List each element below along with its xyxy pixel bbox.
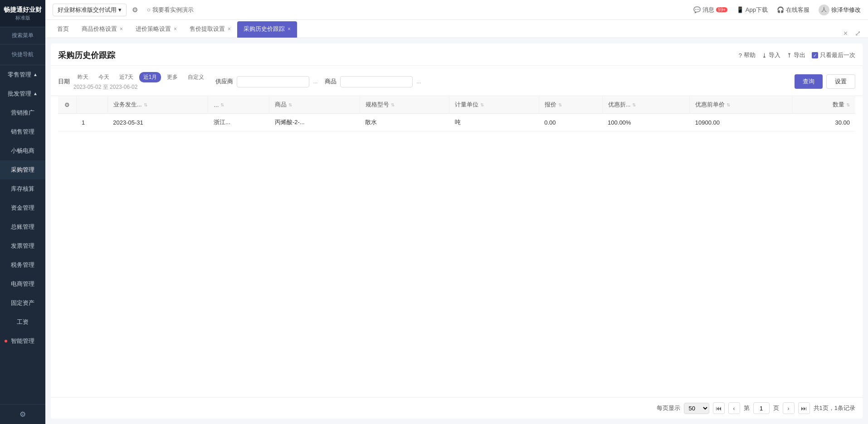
- goods-more-icon[interactable]: ...: [416, 78, 421, 85]
- logo-sub: 标准版: [4, 14, 42, 21]
- date-pill-yesterday[interactable]: 昨天: [73, 72, 93, 82]
- sidebar-item-label: 工资: [17, 318, 29, 326]
- tab-purchase-history[interactable]: 采购历史价跟踪 ×: [237, 21, 297, 38]
- sidebar-item-label: 电商管理: [11, 280, 34, 288]
- sidebar-item-tax[interactable]: 税务管理: [0, 255, 45, 275]
- next-page-button[interactable]: ›: [783, 402, 795, 414]
- sort-icon: ⇅: [288, 102, 292, 107]
- cell-qty: 30.00: [792, 114, 855, 131]
- date-pill-more[interactable]: 更多: [163, 72, 182, 82]
- supplier-input[interactable]: [237, 76, 309, 87]
- sidebar-item-label: 总账管理: [11, 223, 34, 231]
- sidebar-item-sales[interactable]: 销售管理: [0, 122, 45, 141]
- sidebar-quick-nav[interactable]: 快捷导航: [0, 48, 45, 61]
- tab-purchase-strategy[interactable]: 进价策略设置 ×: [129, 21, 183, 38]
- tab-price-close[interactable]: ×: [120, 26, 123, 32]
- sidebar-item-ecommerce-small[interactable]: 小畅电商: [0, 141, 45, 160]
- col-quote-label: 报价: [545, 101, 556, 109]
- table-col-unit[interactable]: 计量单位 ⇅: [449, 96, 539, 114]
- goods-input[interactable]: [340, 76, 413, 87]
- table-col-spec[interactable]: 规格型号 ⇅: [360, 96, 449, 114]
- table-row: 1 2023-05-31 浙江... 丙烯酸-2-... 散水 吨 0.00 1…: [58, 114, 855, 131]
- table-col-discount-pct[interactable]: 优惠折... ⇅: [602, 96, 690, 114]
- table-col-date[interactable]: 业务发生... ⇅: [107, 96, 208, 114]
- tab-home[interactable]: 首页: [51, 21, 75, 38]
- user-info[interactable]: 人 徐泽华修改: [819, 5, 861, 15]
- table-col-goods[interactable]: 商品 ⇅: [269, 96, 360, 114]
- table-col-extra[interactable]: ... ⇅: [208, 96, 269, 114]
- export-button[interactable]: ⤒ 导出: [787, 51, 805, 59]
- page-title: 采购历史价跟踪: [58, 50, 115, 65]
- date-pill-custom[interactable]: 自定义: [184, 72, 208, 82]
- col-goods-label: 商品: [275, 101, 287, 109]
- sidebar-item-retail[interactable]: 零售管理 ▲: [0, 65, 45, 84]
- table-col-quote[interactable]: 报价 ⇅: [539, 96, 602, 114]
- date-pill-1month[interactable]: 近1月: [139, 72, 161, 82]
- col-date-label: 业务发生...: [113, 101, 142, 109]
- headset-icon: 🎧: [777, 6, 784, 13]
- tab-price[interactable]: 商品价格设置 ×: [75, 21, 129, 38]
- cell-goods: 丙烯酸-2-...: [269, 114, 360, 131]
- prev-page-button[interactable]: ‹: [728, 402, 740, 414]
- page-number-input[interactable]: [753, 402, 770, 414]
- supplier-more-icon[interactable]: ...: [313, 78, 317, 85]
- app-download-button[interactable]: 📱 App下载: [736, 6, 768, 14]
- date-pill-today[interactable]: 今天: [94, 72, 113, 82]
- table-col-gear[interactable]: ⚙: [58, 96, 76, 114]
- sidebar-item-inventory[interactable]: 库存核算: [0, 179, 45, 198]
- query-button[interactable]: 查询: [795, 74, 823, 89]
- sidebar-search[interactable]: 搜索菜单: [0, 27, 45, 44]
- date-pill-7days[interactable]: 近7天: [115, 72, 137, 82]
- tabs-right-controls: × ⤢: [842, 29, 863, 38]
- tab-purchase-history-close[interactable]: ×: [288, 26, 291, 32]
- content-header: 采购历史价跟踪 ? 帮助 ⤓ 导入 ⤒ 导出 ✓: [51, 43, 863, 66]
- sidebar-item-smart[interactable]: 智能管理: [0, 332, 45, 351]
- filter-actions: 查询 设置: [795, 74, 855, 89]
- help-button[interactable]: ? 帮助: [739, 51, 756, 59]
- message-button[interactable]: 💬 消息 99+: [693, 6, 727, 14]
- sidebar-item-finance[interactable]: 资金管理: [0, 198, 45, 217]
- sidebar-item-ecommerce[interactable]: 电商管理: [0, 275, 45, 294]
- settings-button[interactable]: 设置: [826, 74, 855, 89]
- date-label: 日期: [58, 77, 70, 86]
- last-page-button[interactable]: ⏭: [798, 402, 810, 414]
- topbar-gear-icon[interactable]: ⚙: [132, 6, 138, 14]
- sidebar-item-label: 零售管理: [8, 71, 31, 79]
- logo-title: 畅捷通好业财: [4, 5, 42, 14]
- sidebar-item-label: 小畅电商: [11, 147, 34, 155]
- import-button[interactable]: ⤓ 导入: [762, 51, 780, 59]
- import-label: 导入: [769, 51, 780, 59]
- table-body: 1 2023-05-31 浙江... 丙烯酸-2-... 散水 吨 0.00 1…: [58, 114, 855, 131]
- tab-sale-price[interactable]: 售价提取设置 ×: [183, 21, 237, 38]
- table-col-pre-discount-price[interactable]: 优惠前单价 ⇅: [690, 96, 792, 114]
- tab-close-window-btn[interactable]: ×: [842, 29, 849, 38]
- tab-purchase-strategy-close[interactable]: ×: [174, 26, 177, 32]
- per-page-select[interactable]: 50 10 20 100: [684, 403, 709, 414]
- tab-sale-price-close[interactable]: ×: [228, 26, 231, 32]
- cell-spec: 散水: [360, 114, 449, 131]
- sidebar-menu: 零售管理 ▲ 批发管理 ▲ 营销推广 销售管理 小畅电商 采购管理 库存核算 资…: [0, 65, 45, 404]
- main-content: 好业财标准版交付试用 ▾ ⚙ ○ 我要看实例演示 💬 消息 99+ 📱 App下…: [45, 0, 868, 424]
- sidebar-item-purchase[interactable]: 采购管理: [0, 160, 45, 179]
- sidebar-nav: 快捷导航: [0, 44, 45, 65]
- online-service-button[interactable]: 🎧 在线客服: [777, 6, 809, 14]
- sidebar-item-fixed-assets[interactable]: 固定资产: [0, 294, 45, 313]
- sidebar-item-invoice[interactable]: 发票管理: [0, 236, 45, 255]
- demo-button[interactable]: ○ 我要看实例演示: [147, 6, 194, 14]
- sidebar-item-salary[interactable]: 工资: [0, 313, 45, 332]
- sidebar-item-ledger[interactable]: 总账管理: [0, 217, 45, 236]
- header-actions: ? 帮助 ⤓ 导入 ⤒ 导出 ✓ 只看最后一次: [739, 51, 855, 64]
- version-selector[interactable]: 好业财标准版交付试用 ▾: [53, 4, 127, 16]
- sidebar-item-wholesale[interactable]: 批发管理 ▲: [0, 84, 45, 103]
- table-col-qty[interactable]: 数量 ⇅: [792, 96, 855, 114]
- app-download-label: App下载: [746, 6, 768, 14]
- pagination: 每页显示 50 10 20 100 ⏮ ‹ 第 页 › ⏭ 共1页，1条记录: [51, 397, 863, 419]
- sidebar: 畅捷通好业财 标准版 搜索菜单 快捷导航 零售管理 ▲ 批发管理 ▲ 营销推广 …: [0, 0, 45, 424]
- tab-purchase-strategy-label: 进价策略设置: [136, 25, 171, 33]
- only-last-checkbox[interactable]: ✓ 只看最后一次: [812, 51, 855, 59]
- avatar: 人: [819, 5, 829, 15]
- first-page-button[interactable]: ⏮: [713, 402, 725, 414]
- settings-icon[interactable]: ⚙: [20, 410, 26, 418]
- tab-expand-window-btn[interactable]: ⤢: [853, 29, 863, 38]
- sidebar-item-marketing[interactable]: 营销推广: [0, 103, 45, 122]
